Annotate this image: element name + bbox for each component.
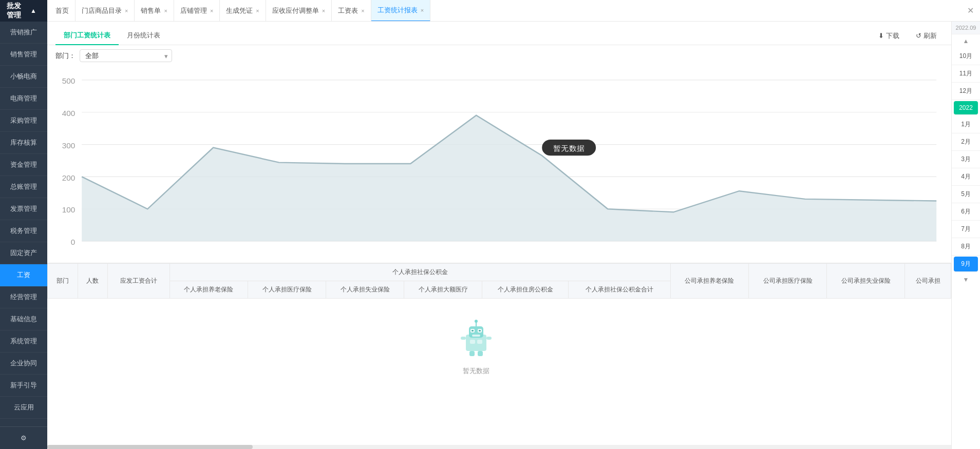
sidebar-item-基础信息[interactable]: 基础信息 <box>0 308 47 330</box>
col-personal-unemployment: 个人承担失业保险 <box>326 281 404 298</box>
sidebar-item-库存核算[interactable]: 库存核算 <box>0 132 47 154</box>
tab-close-工资统计报表[interactable]: × <box>421 7 424 13</box>
svg-text:0: 0 <box>71 238 76 247</box>
download-button[interactable]: ⬇ 下载 <box>872 29 906 43</box>
table-wrapper[interactable]: 部门 人数 应发工资合计 个人承担社保公积金 公司承担养老保险 公司承担医疗保险… <box>47 263 951 445</box>
sidebar-item-发票管理[interactable]: 发票管理 <box>0 198 47 220</box>
tab-店铺管理[interactable]: 店铺管理× <box>174 0 220 22</box>
sidebar-item-经营管理[interactable]: 经营管理 <box>0 286 47 308</box>
col-department: 部门 <box>48 263 78 298</box>
month-item-7月[interactable]: 7月 <box>952 221 980 238</box>
month-item-2022[interactable]: 2022 <box>954 101 978 115</box>
close-all-button[interactable]: ✕ <box>961 6 980 15</box>
year-label: 2022.09 <box>952 22 980 34</box>
sidebar-item-系统管理[interactable]: 系统管理 <box>0 330 47 353</box>
month-item-6月[interactable]: 6月 <box>952 203 980 221</box>
tab-close-工资表[interactable]: × <box>361 8 364 14</box>
sidebar-item-采购管理[interactable]: 采购管理 <box>0 110 47 132</box>
department-select[interactable]: 全部 <box>80 49 172 62</box>
filter-row: 部门： 全部 <box>47 45 951 66</box>
tab-close-门店商品目录[interactable]: × <box>125 8 128 14</box>
month-item-12月[interactable]: 12月 <box>952 83 980 100</box>
svg-point-18 <box>475 320 478 323</box>
nav-down-button[interactable]: ▼ <box>952 273 980 286</box>
col-personal-pension: 个人承担养老保险 <box>169 281 248 298</box>
tab-close-生成凭证[interactable]: × <box>256 8 259 14</box>
tab-close-店铺管理[interactable]: × <box>210 8 213 14</box>
sidebar-title: 批发管理 <box>4 2 24 20</box>
settings-button[interactable]: ⚙ <box>0 426 47 449</box>
download-icon: ⬇ <box>878 32 884 40</box>
empty-robot-icon <box>456 319 497 360</box>
sidebar-item-税务管理[interactable]: 税务管理 <box>0 220 47 242</box>
chart-area: 500 400 300 200 100 0 <box>47 66 951 263</box>
month-item-1月[interactable]: 1月 <box>952 116 980 133</box>
tabbar: 首页门店商品目录×销售单×店铺管理×生成凭证×应收应付调整单×工资表×工资统计报… <box>47 0 980 22</box>
download-label: 下载 <box>886 31 899 41</box>
sidebar-item-云应用[interactable]: 云应用 <box>0 397 47 419</box>
tabbar-items: 首页门店商品目录×销售单×店铺管理×生成凭证×应收应付调整单×工资表×工资统计报… <box>49 0 961 22</box>
table-section: 部门 人数 应发工资合计 个人承担社保公积金 公司承担养老保险 公司承担医疗保险… <box>47 263 951 450</box>
sidebar-item-电商管理[interactable]: 电商管理 <box>0 88 47 110</box>
col-personal-major-medical: 个人承担大额医疗 <box>404 281 482 298</box>
sidebar-collapse-icon[interactable]: ▲ <box>24 7 43 14</box>
sidebar-item-企业协同[interactable]: 企业协同 <box>0 353 47 375</box>
sidebar-item-资金管理[interactable]: 资金管理 <box>0 154 47 176</box>
content-area: 部门工资统计表月份统计表 ⬇ 下载 ↺ 刷新 部门： <box>47 22 980 449</box>
tab-首页[interactable]: 首页 <box>49 0 76 22</box>
table-scrollbar[interactable] <box>47 445 951 449</box>
svg-rect-29 <box>478 351 483 356</box>
refresh-button[interactable]: ↺ 刷新 <box>910 29 943 43</box>
nav-up-button[interactable]: ▲ <box>952 34 980 48</box>
svg-text:500: 500 <box>62 77 76 86</box>
tab-工资表[interactable]: 工资表× <box>332 0 371 22</box>
month-item-8月[interactable]: 8月 <box>952 238 980 256</box>
tab-门店商品目录[interactable]: 门店商品目录× <box>76 0 135 22</box>
col-company-other: 公司承担 <box>905 263 951 298</box>
month-item-2月[interactable]: 2月 <box>952 133 980 151</box>
col-company-unemployment: 公司承担失业保险 <box>827 263 905 298</box>
tab-close-应收应付调整单[interactable]: × <box>322 8 325 14</box>
month-item-5月[interactable]: 5月 <box>952 186 980 203</box>
svg-text:300: 300 <box>62 141 76 150</box>
sidebar-item-销售管理[interactable]: 销售管理 <box>0 44 47 66</box>
svg-rect-28 <box>469 351 475 356</box>
subtab-部门工资统计表[interactable]: 部门工资统计表 <box>55 27 119 45</box>
col-personal-insurance: 个人承担社保公积金 <box>169 263 670 281</box>
subtab-月份统计表[interactable]: 月份统计表 <box>119 27 168 45</box>
subtabs: 部门工资统计表月份统计表 ⬇ 下载 ↺ 刷新 <box>47 22 951 45</box>
svg-rect-27 <box>486 337 492 340</box>
sidebar-items: 营销推广销售管理小畅电商电商管理采购管理库存核算资金管理总账管理发票管理税务管理… <box>0 22 47 419</box>
chart-svg: 500 400 300 200 100 0 <box>55 71 943 258</box>
sidebar-item-营销推广[interactable]: 营销推广 <box>0 22 47 44</box>
month-item-3月[interactable]: 3月 <box>952 151 980 168</box>
refresh-label: 刷新 <box>924 31 937 41</box>
svg-rect-25 <box>477 340 482 344</box>
tab-销售单[interactable]: 销售单× <box>135 0 174 22</box>
sidebar-item-总账管理[interactable]: 总账管理 <box>0 176 47 198</box>
col-company-medical: 公司承担医疗保险 <box>748 263 826 298</box>
department-filter-label: 部门： <box>55 51 76 61</box>
empty-row: 暂无数据 <box>48 298 951 386</box>
refresh-icon: ↺ <box>916 32 921 40</box>
tab-应收应付调整单[interactable]: 应收应付调整单× <box>266 0 332 22</box>
department-select-wrapper: 全部 <box>80 49 172 62</box>
month-item-4月[interactable]: 4月 <box>952 168 980 186</box>
month-item-9月[interactable]: 9月 <box>954 257 978 272</box>
sidebar-item-固定资产[interactable]: 固定资产 <box>0 242 47 264</box>
svg-rect-23 <box>472 335 480 337</box>
page-content: 部门工资统计表月份统计表 ⬇ 下载 ↺ 刷新 部门： <box>47 22 951 449</box>
month-item-10月[interactable]: 10月 <box>952 48 980 65</box>
right-panel: 2022.09 ▲ 10月11月12月20221月2月3月4月5月6月7月8月9… <box>951 22 980 449</box>
salary-table: 部门 人数 应发工资合计 个人承担社保公积金 公司承担养老保险 公司承担医疗保险… <box>47 263 951 386</box>
settings-icon: ⚙ <box>21 434 27 442</box>
sidebar: 批发管理 ▲ 营销推广销售管理小畅电商电商管理采购管理库存核算资金管理总账管理发… <box>0 0 47 449</box>
month-item-11月[interactable]: 11月 <box>952 65 980 83</box>
tab-close-销售单[interactable]: × <box>164 8 167 14</box>
sidebar-item-小畅电商[interactable]: 小畅电商 <box>0 66 47 88</box>
sidebar-item-新手引导[interactable]: 新手引导 <box>0 375 47 397</box>
tab-生成凭证[interactable]: 生成凭证× <box>220 0 266 22</box>
tab-工资统计报表[interactable]: 工资统计报表× <box>371 0 430 22</box>
scrollbar-thumb[interactable] <box>47 445 253 449</box>
sidebar-item-工资[interactable]: 工资 <box>0 264 47 286</box>
